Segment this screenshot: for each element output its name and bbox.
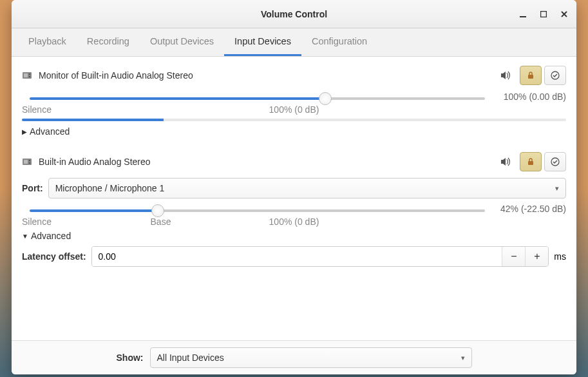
show-label: Show: <box>117 353 144 363</box>
tab-configuration[interactable]: Configuration <box>301 28 377 56</box>
svg-rect-0 <box>520 16 526 17</box>
latency-input[interactable] <box>92 247 502 266</box>
device-header: Monitor of Built-in Audio Analog Stereo <box>22 66 566 85</box>
volume-readout: 42% (-22.50 dB) <box>495 204 566 214</box>
svg-rect-5 <box>29 76 30 77</box>
chevron-down-icon: ▼ <box>22 233 28 240</box>
window-title: Volume Control <box>261 9 327 19</box>
lock-channels-button[interactable] <box>520 152 542 171</box>
maximize-icon <box>540 11 547 17</box>
svg-rect-6 <box>528 75 533 79</box>
tick-silence: Silence <box>22 104 52 115</box>
advanced-toggle[interactable]: ▼ Advanced <box>22 231 566 241</box>
latency-label: Latency offset: <box>22 251 86 262</box>
footer: Show: All Input Devices <box>12 340 576 374</box>
speaker-icon <box>500 71 512 80</box>
check-circle-icon <box>551 71 560 80</box>
device-monitor: Monitor of Built-in Audio Analog Stereo <box>22 66 566 137</box>
tick-silence: Silence <box>22 217 52 227</box>
volume-slider[interactable] <box>30 209 485 212</box>
latency-row: Latency offset: − + ms <box>22 246 566 267</box>
check-circle-icon <box>551 157 560 166</box>
tick-base: Base <box>151 217 171 227</box>
device-name: Monitor of Built-in Audio Analog Stereo <box>39 70 489 81</box>
advanced-label: Advanced <box>31 231 71 241</box>
mute-button[interactable] <box>495 152 517 171</box>
mute-button[interactable] <box>495 66 517 85</box>
show-select[interactable]: All Input Devices <box>150 347 472 368</box>
lock-icon <box>526 71 535 80</box>
volume-readout: 100% (0.00 dB) <box>495 92 566 102</box>
speaker-icon <box>500 157 512 166</box>
port-label: Port: <box>22 183 43 193</box>
minimize-icon <box>519 10 527 18</box>
tick-100: 100% (0 dB) <box>269 104 319 115</box>
window-controls <box>515 0 573 28</box>
show-value: All Input Devices <box>157 353 224 363</box>
maximize-button[interactable] <box>535 6 552 23</box>
device-builtin: Built-in Audio Analog Stereo Port: M <box>22 152 566 267</box>
soundcard-icon <box>22 70 32 81</box>
port-value: Microphone / Microphone 1 <box>55 183 165 193</box>
close-button[interactable] <box>556 6 573 23</box>
tab-bar: Playback Recording Output Devices Input … <box>12 28 576 57</box>
tab-input-devices[interactable]: Input Devices <box>224 28 301 56</box>
port-select[interactable]: Microphone / Microphone 1 <box>48 178 566 198</box>
tab-output-devices[interactable]: Output Devices <box>140 28 224 56</box>
tick-100: 100% (0 dB) <box>269 217 319 227</box>
slider-ticks: Silence Base 100% (0 dB) <box>22 217 566 227</box>
advanced-label: Advanced <box>30 126 70 137</box>
tab-recording[interactable]: Recording <box>77 28 140 56</box>
latency-unit: ms <box>554 251 566 262</box>
device-header: Built-in Audio Analog Stereo <box>22 152 566 171</box>
minimize-button[interactable] <box>515 6 531 23</box>
svg-rect-9 <box>24 160 28 164</box>
latency-decrement-button[interactable]: − <box>502 247 525 266</box>
lock-icon <box>526 157 535 166</box>
vu-meter <box>22 119 566 121</box>
svg-rect-10 <box>29 160 30 161</box>
set-default-button[interactable] <box>544 66 566 85</box>
vu-fill <box>22 119 164 121</box>
content-area: Monitor of Built-in Audio Analog Stereo <box>12 57 576 340</box>
latency-spinbox: − + <box>91 246 549 267</box>
svg-rect-12 <box>528 161 533 165</box>
slider-ticks: Silence 100% (0 dB) <box>22 104 566 115</box>
lock-channels-button[interactable] <box>520 66 542 85</box>
svg-rect-4 <box>29 73 30 75</box>
advanced-toggle[interactable]: ▶ Advanced <box>22 126 566 137</box>
set-default-button[interactable] <box>544 152 566 171</box>
titlebar: Volume Control <box>12 0 576 28</box>
close-icon <box>560 10 568 18</box>
svg-rect-1 <box>541 11 547 17</box>
latency-increment-button[interactable]: + <box>525 247 548 266</box>
soundcard-icon <box>22 157 32 167</box>
volume-slider[interactable] <box>30 97 485 100</box>
tab-playback[interactable]: Playback <box>18 28 77 56</box>
device-name: Built-in Audio Analog Stereo <box>39 157 489 167</box>
volume-control-window: Volume Control Playback Recording Output… <box>12 0 576 374</box>
svg-rect-3 <box>24 73 28 77</box>
svg-rect-11 <box>29 162 30 164</box>
chevron-right-icon: ▶ <box>22 128 27 135</box>
